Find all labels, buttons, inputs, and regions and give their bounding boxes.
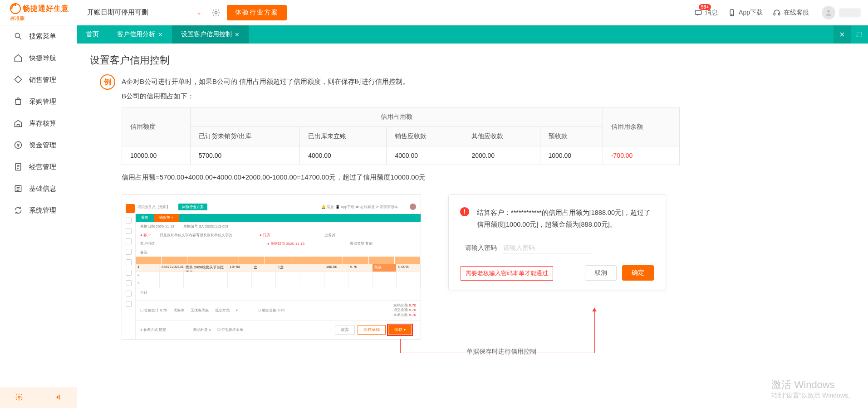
sidebar-item-label: 库存核算	[29, 119, 56, 128]
tab-credit-analysis[interactable]: 客户信用分析 ✕	[108, 25, 172, 44]
sidebar: 搜索菜单 快捷导航 销售管理 采购管理 库存核算 资金管理	[0, 25, 77, 408]
page-scroll[interactable]: 设置客户信用控制 例 A企对B公司进行开单时，如果B公司的 信用占用额超过了信用…	[77, 44, 868, 408]
online-service-link[interactable]: 在线客服	[773, 9, 809, 17]
credit-table: 信用额度 信用占用额 信用用余额 已订货未销货/出库 已出库未立账 销售应收款 …	[122, 107, 680, 165]
search-icon	[14, 32, 23, 41]
sidebar-footer	[0, 387, 77, 408]
sidebar-item-label: 基础信息	[29, 185, 56, 193]
th-sub1: 已订货未销货/出库	[190, 127, 300, 146]
sidebar-item-label: 搜索菜单	[29, 32, 56, 41]
annotation-line	[400, 339, 401, 353]
account-dropdown[interactable]: 开账日期可停用可删 ⌄	[87, 8, 205, 17]
watermark-line1: 激活 Windows	[771, 378, 854, 392]
windows-activation-watermark: 激活 Windows 转到"设置"以激活 Windows。	[771, 378, 854, 400]
sidebar-item-business[interactable]: 经营管理	[0, 156, 77, 178]
sidebar-item-sales[interactable]: 销售管理	[0, 69, 77, 91]
close-icon[interactable]: ✕	[235, 31, 240, 38]
main-area: 首页 客户信用分析 ✕ 设置客户信用控制 ✕	[77, 25, 868, 408]
settings-gear-icon[interactable]	[211, 8, 221, 17]
messages-badge: 99+	[699, 4, 711, 10]
chevron-down-icon: ⌄	[197, 10, 201, 16]
account-dropdown-label: 开账日期可停用可删	[87, 8, 148, 17]
annotation-caption: 单据保存时进行信用控制	[466, 348, 536, 356]
tab-home[interactable]: 首页	[77, 25, 108, 44]
svg-point-9	[15, 33, 20, 38]
sidebar-item-inventory[interactable]: 库存核算	[0, 112, 77, 134]
sidebar-item-label: 资金管理	[29, 141, 56, 150]
brand-name: 畅捷通好生意	[23, 4, 69, 14]
svg-rect-15	[857, 32, 862, 37]
cell-c3: 4000.00	[387, 146, 463, 165]
svg-point-8	[827, 10, 830, 13]
cancel-button[interactable]: 取消	[585, 265, 617, 281]
tab-strip: 首页 客户信用分析 ✕ 设置客户信用控制 ✕	[77, 25, 868, 44]
cell-remain: -700.00	[603, 146, 679, 165]
annotation-line	[594, 311, 595, 353]
example-intro-text: A企对B公司进行开单时，如果B公司的 信用占用额超过了信用额度，则在保存时进行信…	[122, 75, 409, 87]
arrow-up-icon	[592, 308, 597, 311]
warehouse-icon	[14, 119, 23, 128]
document-icon	[14, 162, 23, 171]
user-avatar[interactable]	[822, 6, 861, 19]
cell-credit-limit: 10000.00	[122, 146, 191, 165]
sidebar-item-search[interactable]: 搜索菜单	[0, 25, 77, 47]
th-credit-limit: 信用额度	[122, 107, 191, 146]
headset-icon	[773, 9, 781, 17]
tab-credit-control[interactable]: 设置客户信用控制 ✕	[172, 25, 249, 44]
list-icon	[14, 184, 23, 193]
brand-sub: 标准版	[10, 15, 25, 22]
cycle-icon	[14, 206, 23, 215]
sidebar-collapse-icon[interactable]	[54, 393, 62, 403]
messages-link[interactable]: 99+ 消息	[694, 9, 718, 17]
th-sub5: 预收款	[540, 127, 603, 146]
sidebar-gear-icon[interactable]	[15, 393, 23, 403]
svg-rect-6	[774, 13, 775, 15]
illustration-row: 模拟业务员【无影】 体验行业方案 🔔 消息 📱 App下载 ☎ 在线客服 ⟳ 发…	[122, 194, 845, 340]
tabs-expand-button[interactable]	[851, 25, 868, 44]
bag-icon	[14, 97, 23, 106]
mobile-icon	[728, 9, 736, 17]
cell-c2: 4000.00	[300, 146, 387, 165]
close-icon[interactable]: ✕	[158, 31, 163, 38]
sidebar-item-label: 经营管理	[29, 163, 56, 171]
dialog-message: 结算客户：************的信用占用额为[1888.00元]，超过了信用…	[477, 207, 654, 230]
app-download-link[interactable]: App下载	[728, 9, 763, 17]
svg-rect-14	[59, 394, 60, 399]
tab-label: 客户信用分析	[117, 30, 155, 39]
sidebar-item-funds[interactable]: 资金管理	[0, 134, 77, 156]
formula-text: 信用占用额=5700.00+4000.00+4000.00+2000.00-10…	[122, 173, 845, 182]
example-subtext: B公司的信用额占如下：	[122, 92, 845, 101]
tab-label: 设置客户信用控制	[181, 30, 232, 39]
sidebar-item-purchase[interactable]: 采购管理	[0, 91, 77, 112]
confirm-button[interactable]: 确定	[622, 265, 654, 281]
home-icon	[14, 53, 23, 63]
sidebar-item-baseinfo[interactable]: 基础信息	[0, 178, 77, 199]
sidebar-item-quicknav[interactable]: 快捷导航	[0, 47, 77, 69]
coin-icon	[14, 141, 23, 150]
svg-point-2	[215, 11, 217, 14]
app-download-label: App下载	[739, 9, 763, 17]
alert-icon	[460, 207, 470, 218]
sidebar-item-system[interactable]: 系统管理	[0, 199, 77, 221]
sidebar-item-label: 采购管理	[29, 97, 56, 106]
online-service-label: 在线客服	[784, 9, 809, 17]
tab-label: 首页	[86, 30, 99, 39]
cta-industry-button[interactable]: 体验行业方案	[227, 5, 287, 20]
th-sub4: 其他应收款	[463, 127, 540, 146]
password-label: 请输入密码	[465, 244, 497, 252]
th-sub2: 已出库未立账	[300, 127, 387, 146]
document-content: 例 A企对B公司进行开单时，如果B公司的 信用占用额超过了信用额度，则在保存时进…	[88, 75, 857, 353]
header-right: 99+ 消息 App下载 在线客服	[694, 6, 861, 19]
svg-point-13	[18, 396, 20, 398]
password-input[interactable]	[502, 242, 593, 253]
watermark-line2: 转到"设置"以激活 Windows。	[771, 392, 854, 400]
sidebar-item-label: 销售管理	[29, 76, 56, 84]
tabs-close-all-button[interactable]	[834, 25, 851, 44]
svg-rect-7	[779, 13, 780, 15]
th-credit-used-group: 信用占用额	[190, 107, 603, 127]
svg-rect-3	[695, 10, 701, 14]
credit-warning-dialog: 结算客户：************的信用占用额为[1888.00元]，超过了信用…	[448, 194, 666, 290]
th-credit-remain: 信用用余额	[603, 107, 679, 146]
svg-rect-17	[464, 209, 465, 213]
svg-rect-18	[464, 214, 465, 214]
